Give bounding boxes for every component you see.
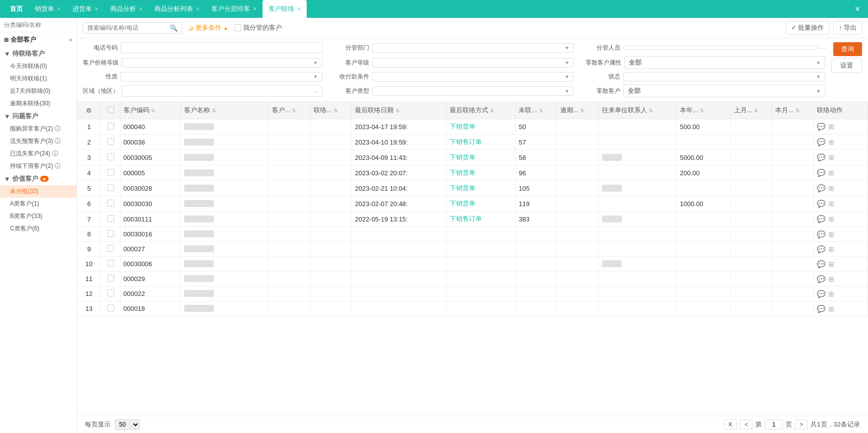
th-unlinkdays[interactable]: 未联... ⇅ bbox=[516, 102, 557, 119]
message-icon[interactable]: 💬 bbox=[817, 275, 825, 283]
sidebar-item-tomorrow[interactable]: 明天待联络(1) bbox=[0, 72, 76, 85]
close-customer-segment-icon[interactable]: × bbox=[253, 5, 257, 12]
row-checkbox[interactable] bbox=[107, 169, 114, 176]
th-thismonth[interactable]: 本月... ⇅ bbox=[772, 102, 814, 119]
apps-icon[interactable]: ⊞ bbox=[828, 169, 834, 177]
filter-person-dots[interactable]: ··· bbox=[820, 44, 825, 52]
th-overdue[interactable]: 逾期... ⇅ bbox=[557, 102, 599, 119]
sidebar-item-7days[interactable]: 近7天待联络(0) bbox=[0, 85, 76, 97]
row-lastway[interactable]: 下销售订单 bbox=[446, 135, 516, 150]
first-page-button[interactable]: K bbox=[724, 420, 737, 430]
apps-icon[interactable]: ⊞ bbox=[828, 215, 834, 223]
lastway-link[interactable]: 下销货单 bbox=[450, 153, 475, 161]
filter-status-select[interactable]: ▼ bbox=[623, 72, 825, 81]
row-lastway[interactable]: 下销货单 bbox=[446, 150, 516, 165]
batch-ops-button[interactable]: ✓ 批量操作 bbox=[786, 21, 829, 35]
row-checkbox[interactable] bbox=[107, 230, 114, 237]
message-icon[interactable]: 💬 bbox=[817, 184, 825, 192]
filter-region-dots[interactable]: ··· bbox=[313, 87, 318, 95]
tab-customer-segment[interactable]: 客户分层经客 × bbox=[205, 0, 263, 18]
apps-icon[interactable]: ⊞ bbox=[828, 230, 834, 238]
row-check[interactable] bbox=[101, 257, 120, 272]
row-check[interactable] bbox=[101, 119, 120, 135]
my-customers-check-icon[interactable] bbox=[234, 24, 241, 31]
row-check[interactable] bbox=[101, 287, 120, 301]
row-check[interactable] bbox=[101, 181, 120, 196]
lastway-link[interactable]: 下销货单 bbox=[450, 123, 475, 130]
sidebar-section-value[interactable]: ▼ 价值客户 ● bbox=[0, 172, 76, 185]
row-checkbox[interactable] bbox=[107, 304, 114, 311]
filter-phone-input[interactable] bbox=[121, 42, 323, 53]
close-purchase-icon[interactable]: × bbox=[95, 5, 98, 12]
row-checkbox[interactable] bbox=[107, 289, 114, 296]
page-input[interactable] bbox=[765, 420, 783, 430]
filter-region-select[interactable]: ··· bbox=[122, 85, 323, 97]
sidebar-item-lost[interactable]: 已流失客户(24) ⓘ bbox=[0, 147, 76, 160]
filter-person-select[interactable] bbox=[623, 46, 818, 50]
search-input[interactable] bbox=[87, 24, 167, 31]
th-check[interactable] bbox=[101, 102, 120, 119]
apps-icon[interactable]: ⊞ bbox=[828, 153, 834, 161]
th-settings[interactable]: ⚙ bbox=[77, 102, 101, 119]
tab-goods-analysis[interactable]: 商品分析 × bbox=[104, 0, 148, 18]
row-checkbox[interactable] bbox=[107, 245, 114, 252]
row-check[interactable] bbox=[101, 272, 120, 287]
th-partner[interactable]: 往来单位联系人 ⇅ bbox=[599, 102, 676, 119]
window-close-icon[interactable]: × bbox=[851, 4, 864, 14]
lastway-link[interactable]: 下销售订单 bbox=[450, 138, 482, 145]
filter-scatter-attr-select[interactable]: 全部 ▼ bbox=[624, 56, 825, 69]
sidebar-item-declining[interactable]: 持续下滑客户(2) ⓘ bbox=[0, 160, 76, 172]
message-icon[interactable]: 💬 bbox=[817, 153, 825, 161]
lastway-link[interactable]: 下销货单 bbox=[450, 200, 475, 207]
close-customer-contact-icon[interactable]: × bbox=[297, 5, 301, 12]
th-lastmonth[interactable]: 上月... ⇅ bbox=[731, 102, 772, 119]
sidebar-item-loss-warning[interactable]: 流失预警客户(3) ⓘ bbox=[0, 135, 76, 147]
close-sale-icon[interactable]: × bbox=[57, 5, 61, 12]
th-code[interactable]: 客户编码 ⇅ bbox=[120, 102, 181, 119]
message-icon[interactable]: 💬 bbox=[817, 169, 825, 177]
tab-purchase[interactable]: 进货单 × bbox=[67, 0, 104, 18]
my-customers-checkbox[interactable]: 我分管的客户 bbox=[234, 23, 282, 32]
apps-icon[interactable]: ⊞ bbox=[828, 123, 834, 131]
row-check[interactable] bbox=[101, 196, 120, 212]
tab-home[interactable]: 首页 bbox=[4, 0, 29, 18]
message-icon[interactable]: 💬 bbox=[817, 200, 825, 208]
message-icon[interactable]: 💬 bbox=[817, 290, 825, 298]
row-checkbox[interactable] bbox=[107, 153, 114, 160]
apps-icon[interactable]: ⊞ bbox=[828, 260, 834, 268]
row-check[interactable] bbox=[101, 227, 120, 242]
search-box[interactable]: 🔍 bbox=[83, 22, 182, 34]
row-checkbox[interactable] bbox=[107, 260, 114, 267]
row-checkbox[interactable] bbox=[107, 215, 114, 222]
reset-button[interactable]: 设置 bbox=[831, 58, 862, 73]
message-icon[interactable]: 💬 bbox=[817, 215, 825, 223]
row-checkbox[interactable] bbox=[107, 184, 114, 191]
sidebar-item-hoarding-abnormal[interactable]: 囤购异常客户(2) ⓘ bbox=[0, 123, 76, 135]
per-page-select[interactable]: 50 100 200 bbox=[115, 419, 140, 430]
sidebar-search-input[interactable] bbox=[4, 21, 77, 28]
row-check[interactable] bbox=[101, 165, 120, 181]
filter-scatter-select[interactable]: 全部 ▼ bbox=[623, 84, 825, 97]
filter-payment-select[interactable]: ▼ bbox=[372, 72, 574, 81]
row-lastway[interactable]: 下销货单 bbox=[446, 119, 516, 135]
apps-icon[interactable]: ⊞ bbox=[828, 200, 834, 208]
row-check[interactable] bbox=[101, 301, 120, 316]
message-icon[interactable]: 💬 bbox=[817, 138, 825, 146]
prev-page-button[interactable]: < bbox=[740, 420, 752, 430]
sidebar-all-customers[interactable]: ⊞ 全部客户 « bbox=[0, 32, 76, 47]
apps-icon[interactable]: ⊞ bbox=[828, 245, 834, 253]
lastway-link[interactable]: 下销售订单 bbox=[450, 215, 482, 222]
message-icon[interactable]: 💬 bbox=[817, 230, 825, 238]
row-check[interactable] bbox=[101, 212, 120, 227]
row-checkbox[interactable] bbox=[107, 275, 114, 282]
query-button[interactable]: 查询 bbox=[833, 42, 862, 56]
message-icon[interactable]: 💬 bbox=[817, 260, 825, 268]
row-check[interactable] bbox=[101, 135, 120, 150]
search-icon[interactable]: 🔍 bbox=[170, 24, 178, 32]
close-goods-analysis-list-icon[interactable]: × bbox=[196, 5, 200, 12]
sidebar-item-overdue[interactable]: 逾期未联络(30) bbox=[0, 97, 76, 110]
th-name[interactable]: 客户名称 ⇅ bbox=[181, 102, 269, 119]
message-icon[interactable]: 💬 bbox=[817, 123, 825, 131]
header-checkbox[interactable] bbox=[107, 106, 114, 113]
sidebar-item-today[interactable]: 今天待联络(0) bbox=[0, 60, 76, 72]
